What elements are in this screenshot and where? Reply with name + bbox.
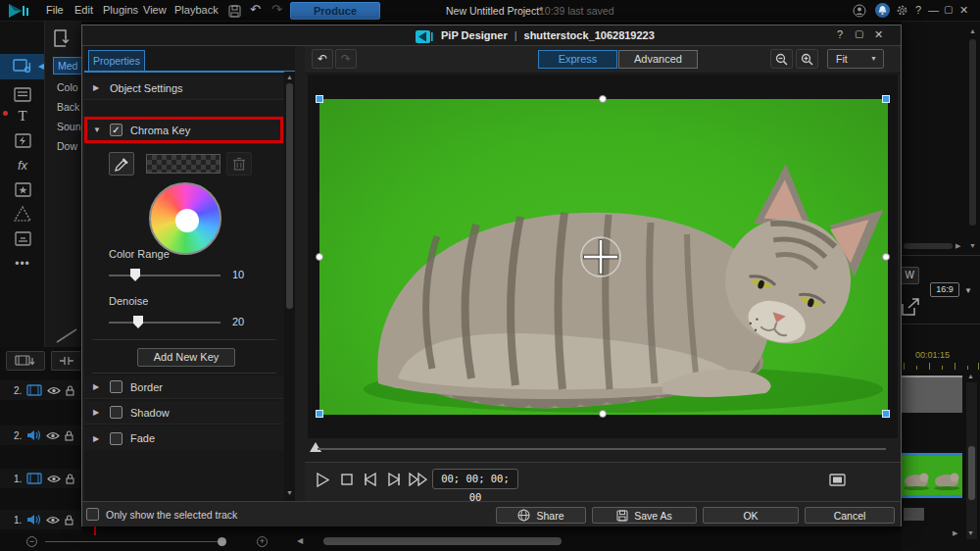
tab-properties[interactable]: Properties: [88, 50, 145, 71]
track-header-audio-1[interactable]: 1.: [0, 510, 81, 529]
track-header-video-1[interactable]: 1.: [0, 469, 81, 488]
section-object-settings[interactable]: ▶ Object Settings: [84, 76, 283, 100]
color-wheel[interactable]: [149, 182, 221, 255]
eye-icon[interactable]: [47, 475, 61, 483]
app-minimize-icon[interactable]: —: [928, 4, 939, 16]
timeline-scroll-down-icon[interactable]: ▼: [967, 529, 974, 536]
save-as-button[interactable]: Save As: [592, 507, 697, 524]
keyed-color-swatch[interactable]: [146, 154, 220, 174]
denoise-slider[interactable]: [109, 322, 220, 324]
timeline-scroll-up-icon[interactable]: ▲: [967, 373, 974, 379]
previous-frame-button[interactable]: [361, 470, 380, 489]
tab-express[interactable]: Express: [538, 50, 617, 69]
dialog-maximize-icon[interactable]: ▢: [855, 28, 863, 39]
eye-icon[interactable]: [46, 431, 60, 440]
eye-icon[interactable]: [46, 516, 60, 525]
library-scrollbar[interactable]: [969, 39, 976, 225]
timeline-clip-partial[interactable]: [904, 508, 924, 521]
timeline-zoom-slider[interactable]: [45, 541, 221, 542]
library-item-color[interactable]: Colo: [57, 81, 78, 93]
lock-icon[interactable]: [65, 430, 74, 441]
timeline-zoom-out-icon[interactable]: −: [26, 536, 37, 547]
menu-playback[interactable]: Playback: [174, 4, 219, 16]
denoise-slider-thumb[interactable]: [133, 316, 143, 328]
produce-button[interactable]: Produce: [290, 2, 380, 20]
track-header-audio-2[interactable]: 2.: [0, 426, 81, 445]
dialog-help-icon[interactable]: ?: [837, 28, 843, 40]
section-chroma-key[interactable]: ▼ ✓ Chroma Key: [84, 120, 283, 141]
app-maximize-icon[interactable]: ▢: [944, 4, 953, 15]
fade-checkbox[interactable]: [110, 432, 122, 445]
resize-handle-left[interactable]: [316, 253, 323, 261]
border-checkbox[interactable]: [110, 380, 122, 393]
sidebar-item-title[interactable]: T: [10, 105, 35, 126]
designer-undo-icon[interactable]: ↶: [312, 49, 333, 69]
zoom-in-icon[interactable]: [796, 49, 818, 69]
snap-toggle-button[interactable]: [51, 351, 81, 371]
play-button[interactable]: [313, 470, 332, 489]
playhead-marker[interactable]: [94, 526, 96, 535]
library-scroll-right-icon[interactable]: ▶: [956, 242, 960, 250]
ok-button[interactable]: OK: [703, 507, 799, 524]
sidebar-item-templates[interactable]: [10, 83, 35, 105]
resize-handle-bottom[interactable]: [599, 410, 607, 418]
menu-file[interactable]: File: [46, 4, 64, 16]
settings-gear-icon[interactable]: [896, 4, 908, 17]
next-frame-button[interactable]: [384, 470, 404, 489]
only-show-track-checkbox[interactable]: [86, 508, 99, 521]
dialog-close-icon[interactable]: ✕: [874, 28, 883, 41]
eye-icon[interactable]: [47, 386, 61, 395]
tab-advanced[interactable]: Advanced: [618, 50, 698, 69]
add-new-key-button[interactable]: Add New Key: [137, 348, 235, 367]
seek-playhead[interactable]: [310, 442, 321, 452]
redo-icon[interactable]: ↷: [271, 2, 282, 17]
eyedropper-button[interactable]: [109, 152, 134, 175]
delete-key-button[interactable]: [226, 152, 252, 175]
menu-edit[interactable]: Edit: [74, 4, 93, 16]
resize-handle-top[interactable]: [599, 95, 607, 103]
zoom-out-icon[interactable]: [770, 49, 793, 69]
notification-bell-icon[interactable]: [875, 3, 890, 18]
track-manager-button[interactable]: [6, 351, 45, 371]
sidebar-item-effects[interactable]: fx: [10, 154, 35, 175]
color-range-slider-thumb[interactable]: [130, 269, 140, 281]
timeline-zoom-in-icon[interactable]: +: [257, 536, 268, 547]
account-icon[interactable]: [853, 4, 866, 18]
menu-plugins[interactable]: Plugins: [103, 4, 138, 16]
section-shadow[interactable]: ▶ Shadow: [84, 401, 283, 425]
save-icon[interactable]: [228, 5, 241, 18]
props-scroll-up-icon[interactable]: ▲: [286, 74, 293, 80]
resize-handle-topleft[interactable]: [316, 95, 323, 103]
dialog-titlebar[interactable]: PiP Designer | shutterstock_1062819223 ?…: [82, 25, 901, 46]
timeline-zoom-slider-handle[interactable]: [218, 537, 226, 546]
library-item-sound[interactable]: Soun: [57, 121, 81, 132]
timeline-clip-track1-selected[interactable]: [902, 453, 962, 498]
expand-right-icon[interactable]: ▶: [93, 408, 102, 417]
sidebar-item-particles[interactable]: [10, 203, 35, 225]
lock-icon[interactable]: [66, 474, 74, 484]
section-fade[interactable]: ▶ Fade: [84, 426, 283, 450]
props-scroll-down-icon[interactable]: ▼: [286, 489, 293, 496]
sidebar-item-subtitles[interactable]: [10, 227, 35, 249]
resize-handle-bottomright[interactable]: [882, 410, 890, 418]
import-media-icon[interactable]: [53, 29, 74, 48]
expand-right-icon[interactable]: ▶: [93, 434, 102, 443]
timeline-vscrollbar[interactable]: [966, 382, 977, 539]
aspect-ratio-dropdown[interactable]: 16:9: [930, 282, 959, 297]
app-help-icon[interactable]: ?: [915, 4, 921, 16]
expand-right-icon[interactable]: ▶: [93, 382, 102, 391]
properties-scrollbar[interactable]: ▲ ▼: [284, 72, 295, 501]
library-item-media[interactable]: Med: [58, 60, 77, 72]
chroma-key-checkbox[interactable]: ✓: [110, 124, 122, 136]
stop-button[interactable]: [337, 470, 357, 489]
library-item-background[interactable]: Back: [57, 101, 79, 113]
timeline-hscroll-thumb[interactable]: [323, 537, 562, 545]
resize-handle-topright[interactable]: [882, 95, 890, 103]
cancel-button[interactable]: Cancel: [805, 507, 895, 524]
sidebar-item-transitions[interactable]: [10, 129, 35, 151]
designer-redo-icon[interactable]: ↷: [335, 49, 357, 69]
resize-handle-right[interactable]: [882, 253, 890, 261]
share-button[interactable]: Share: [496, 507, 586, 524]
fast-forward-button[interactable]: [408, 470, 427, 489]
menu-view[interactable]: View: [143, 4, 167, 16]
